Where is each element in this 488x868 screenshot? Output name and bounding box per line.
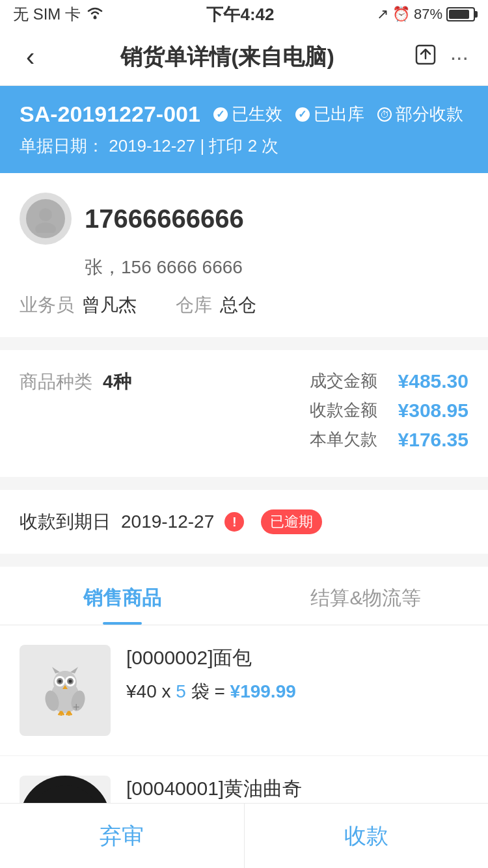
battery-icon: [446, 7, 475, 21]
cancel-audit-button[interactable]: 弃审: [0, 804, 245, 868]
order-id-row: SA-20191227-001 ✓ 已生效 ✓ 已出库 ⏱ 部分收款: [20, 102, 468, 127]
overdue-badge: 已逾期: [261, 509, 322, 534]
status-effective: ✓ 已生效: [213, 103, 282, 126]
svg-point-0: [94, 16, 97, 20]
print-info: | 打印 2 次: [200, 136, 278, 156]
svg-text:+: +: [73, 701, 80, 714]
status-bar: 无 SIM 卡 下午4:42 ↗ ⏰ 87%: [0, 0, 488, 29]
status-payment: ⏱ 部分收款: [377, 103, 463, 126]
staff-label: 业务员: [20, 293, 74, 318]
product-price-0: ¥40 x 5 袋 = ¥199.99: [126, 679, 468, 704]
more-button[interactable]: ···: [450, 44, 468, 70]
product-info-0: [0000002]面包 ¥40 x 5 袋 = ¥199.99: [126, 645, 468, 736]
customer-section: 17666666666 张，156 6666 6666 业务员 曾凡杰 仓库 总…: [0, 173, 488, 337]
svg-marker-7: [70, 667, 78, 673]
clock-icon: ⏱: [377, 107, 392, 122]
status-payment-label: 部分收款: [396, 103, 463, 126]
amount-label-0: 成交金额: [310, 370, 377, 392]
battery-percent: 87%: [414, 6, 442, 23]
amount-value-0: ¥485.30: [390, 370, 468, 392]
order-date-value: 2019-12-27: [109, 136, 195, 156]
staff-item: 业务员 曾凡杰: [20, 293, 137, 318]
svg-point-2: [39, 208, 52, 221]
price-x-0: x: [162, 681, 176, 701]
avatar-inner: [26, 199, 65, 238]
overdue-icon: !: [224, 512, 244, 532]
product-image-owl: +: [20, 645, 111, 736]
order-date-row: 单据日期： 2019-12-27 | 打印 2 次: [20, 135, 468, 157]
status-right: ↗ ⏰ 87%: [377, 6, 475, 23]
date-label: 单据日期：: [20, 136, 104, 156]
status-shipped-label: 已出库: [314, 103, 364, 126]
unit-0: 袋: [191, 681, 210, 701]
status-time: 下午4:42: [206, 3, 274, 26]
staff-name: 曾凡杰: [82, 293, 137, 318]
due-date-value: 2019-12-27: [121, 511, 214, 532]
product-name-0: [0000002]面包: [126, 645, 468, 671]
check-icon-shipped: ✓: [295, 107, 310, 122]
tab-settlement[interactable]: 结算&物流等: [244, 567, 488, 625]
customer-phone: 17666666666: [85, 204, 244, 234]
order-id: SA-20191227-001: [20, 102, 200, 127]
payment-button[interactable]: 收款: [245, 804, 489, 868]
staff-row: 业务员 曾凡杰 仓库 总仓: [20, 293, 468, 318]
product-name-1: [00040001]黄油曲奇: [126, 776, 468, 802]
svg-point-12: [59, 680, 62, 683]
customer-row: 17666666666: [20, 193, 468, 245]
wifi-icon: [86, 5, 104, 23]
status-effective-label: 已生效: [232, 103, 282, 126]
nav-actions: ···: [414, 43, 468, 72]
total-0: ¥199.99: [230, 681, 296, 701]
amount-row-0: 成交金额 ¥485.30: [310, 370, 468, 392]
product-item-0: + [0000002]面包 ¥40 x 5 袋 = ¥199.99: [0, 625, 488, 756]
amount-row-2: 本单欠款 ¥176.35: [310, 428, 468, 451]
summary-right: 成交金额 ¥485.30 收款金额 ¥308.95 本单欠款 ¥176.35: [310, 370, 468, 457]
tab-products[interactable]: 销售商品: [0, 567, 244, 625]
nav-bar: ‹ 销货单详情(来自电脑) ···: [0, 29, 488, 86]
back-button[interactable]: ‹: [20, 36, 41, 78]
share-button[interactable]: [414, 43, 437, 72]
summary-section: 商品种类 4种 成交金额 ¥485.30 收款金额 ¥308.95 本单欠款 ¥…: [0, 350, 488, 477]
category-label: 商品种类: [20, 370, 92, 394]
amount-value-1: ¥308.95: [390, 400, 468, 422]
amount-label-1: 收款金额: [310, 399, 377, 422]
location-icon: ↗: [377, 6, 388, 23]
check-icon-effective: ✓: [213, 107, 228, 122]
qty-value-0: 5: [176, 681, 186, 701]
price-value-0: ¥40: [126, 681, 157, 701]
product-thumb-0: +: [20, 645, 111, 736]
summary-left: 商品种类 4种: [20, 370, 131, 394]
customer-info: 张，156 6666 6666: [20, 255, 468, 280]
svg-point-3: [35, 223, 56, 233]
svg-marker-6: [52, 667, 60, 673]
status-shipped: ✓ 已出库: [295, 103, 364, 126]
svg-point-13: [69, 680, 72, 683]
order-header: SA-20191227-001 ✓ 已生效 ✓ 已出库 ⏱ 部分收款 单据日期：…: [0, 86, 488, 173]
due-date-label: 收款到期日: [20, 509, 111, 534]
warehouse-label: 仓库: [176, 293, 212, 318]
amount-row-1: 收款金额 ¥308.95: [310, 399, 468, 422]
amount-label-2: 本单欠款: [310, 428, 377, 451]
bottom-bar: 弃审 收款: [0, 803, 488, 868]
tabs-section: 销售商品 结算&物流等: [0, 567, 488, 625]
status-left: 无 SIM 卡: [13, 4, 104, 25]
tabs-row: 销售商品 结算&物流等: [0, 567, 488, 625]
equals-0: =: [214, 681, 230, 701]
page-title: 销货单详情(来自电脑): [120, 42, 334, 72]
due-date-section: 收款到期日 2019-12-27 ! 已逾期: [0, 490, 488, 554]
summary-category: 商品种类 4种: [20, 370, 131, 394]
carrier-text: 无 SIM 卡: [13, 4, 81, 25]
category-value: 4种: [103, 370, 131, 394]
warehouse-name: 总仓: [220, 293, 256, 318]
amount-value-2: ¥176.35: [390, 429, 468, 451]
alarm-icon: ⏰: [392, 6, 410, 23]
warehouse-item: 仓库 总仓: [176, 293, 256, 318]
avatar: [20, 193, 72, 245]
